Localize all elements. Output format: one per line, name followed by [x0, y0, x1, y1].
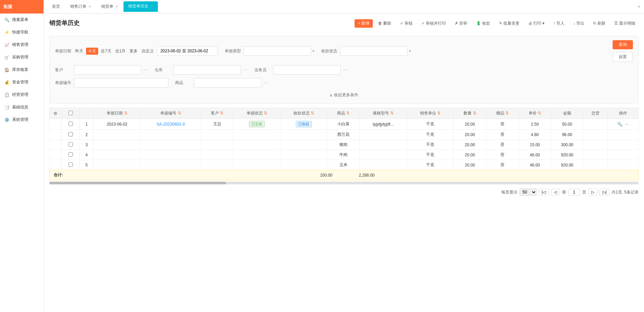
warehouse-input[interactable]	[173, 65, 241, 75]
col-gift[interactable]: 赠品 ⇅	[486, 108, 519, 119]
row-select-checkbox[interactable]	[68, 152, 73, 157]
tab-sales-shipment[interactable]: 销货单 ✕	[96, 2, 123, 11]
row-gift: 否	[486, 160, 519, 170]
query-button[interactable]: 查询	[613, 40, 633, 49]
staff-label: 业务员	[254, 67, 271, 73]
sidebar-item-inventory[interactable]: 🏠 库存核算	[0, 63, 44, 76]
current-page-input[interactable]	[568, 189, 580, 196]
first-page-btn[interactable]: |◁	[539, 189, 549, 196]
date-option-more[interactable]: 更多	[128, 48, 139, 55]
date-option-1month[interactable]: 近1月	[114, 48, 127, 55]
edit-icon: ✎	[499, 21, 502, 26]
close-tab-sales-history[interactable]: ✕	[150, 4, 153, 8]
col-doc-status[interactable]: 单据状态 ⇅	[233, 108, 280, 119]
row-gift: 否	[486, 130, 519, 140]
sidebar-item-sales-mgmt[interactable]: 📈 销售管理	[0, 38, 44, 51]
col-goods[interactable]: 商品 ⇅	[327, 108, 360, 119]
show-detail-button[interactable]: ☰ 显示明细	[611, 19, 639, 28]
data-table: ⚙ 单据日期 ⇅ 单据编号 ⇅ 客户 ⇅ 单据状态 ⇅	[49, 108, 639, 170]
table-row: 3 猪肉 千克 20.00 否 15.00 300.00	[50, 140, 639, 150]
sort-icon-gift: ⇅	[505, 111, 509, 115]
row-doc-status	[233, 160, 280, 170]
sidebar-item-search-menu[interactable]: 🔍 搜索菜单	[0, 14, 44, 26]
last-page-btn[interactable]: ▷|	[599, 189, 610, 196]
goods-input[interactable]	[194, 78, 261, 87]
payment-status-input[interactable]	[340, 46, 408, 56]
table-header: ⚙ 单据日期 ⇅ 单据编号 ⇅ 客户 ⇅ 单据状态 ⇅	[50, 108, 639, 119]
abandon-button[interactable]: ✗ 弃审	[451, 19, 471, 28]
col-unit-price[interactable]: 单价 ⇅	[519, 108, 551, 119]
filter-customer: 客户 ···	[55, 65, 148, 75]
import-button[interactable]: ↑ 导入	[550, 19, 568, 28]
per-page-select[interactable]: 20 50 100 200	[520, 188, 537, 196]
col-qty[interactable]: 数量 ⇅	[454, 108, 486, 119]
refresh-button[interactable]: ↻ 刷新	[590, 19, 609, 28]
customer-input[interactable]	[74, 65, 141, 75]
close-all-tabs[interactable]: ✕	[637, 4, 641, 9]
col-customer[interactable]: 客户 ⇅	[201, 108, 233, 119]
select-all-checkbox[interactable]	[68, 111, 73, 115]
goods-label: 商品	[175, 80, 192, 86]
date-option-custom[interactable]: 自定义	[140, 48, 155, 55]
warehouse-ellipsis-btn[interactable]: ···	[243, 67, 247, 73]
staff-input[interactable]	[273, 65, 341, 75]
settings-button[interactable]: 设置	[613, 52, 633, 62]
customer-label: 客户	[55, 67, 72, 73]
date-option-today[interactable]: 今天	[86, 48, 98, 55]
sidebar-item-purchase-mgmt[interactable]: 🛒 采购管理	[0, 51, 44, 63]
collect-button[interactable]: 💲 收款	[473, 19, 494, 28]
row-no: 3	[80, 140, 94, 150]
print-button[interactable]: 🖨 打印 ▾	[525, 19, 548, 28]
row-doc-status	[233, 130, 280, 140]
export-button[interactable]: ↓ 导出	[570, 19, 588, 28]
col-unit[interactable]: 销售单位 ⇅	[407, 108, 454, 119]
sidebar-item-system-mgmt[interactable]: ⚙️ 系统管理	[0, 113, 44, 126]
sidebar-item-quick-nav[interactable]: ⚡ 快捷导航	[0, 26, 44, 38]
date-range-input[interactable]	[157, 46, 218, 56]
row-select-checkbox[interactable]	[68, 132, 73, 136]
sidebar-item-operations-mgmt[interactable]: 📋 经营管理	[0, 88, 44, 101]
tab-home[interactable]: 首页	[47, 2, 65, 11]
sidebar-item-finance-mgmt[interactable]: 💰 资金管理	[0, 76, 44, 88]
audit-print-button[interactable]: ✓ 审核并打印	[418, 19, 449, 28]
delete-button[interactable]: 🗑 删除	[375, 19, 395, 28]
payment-status-dropdown-icon[interactable]: ▾	[409, 49, 411, 53]
col-payment-status[interactable]: 收款状态 ⇅	[280, 108, 327, 119]
doc-type-input[interactable]	[244, 46, 311, 56]
next-page-btn[interactable]: ▷	[588, 189, 597, 196]
close-tab-sales-shipment[interactable]: ✕	[115, 5, 118, 8]
print-dropdown-icon: ▾	[542, 21, 544, 26]
sidebar-item-basic-info[interactable]: 📑 基础信息	[0, 101, 44, 113]
home-icon: 🏠	[4, 67, 9, 73]
tab-sales-history[interactable]: 销货单历史 ✕	[123, 1, 158, 12]
row-doc-no[interactable]: SA-20230602-0	[141, 119, 201, 130]
col-doc-date[interactable]: 单据日期 ⇅	[94, 108, 141, 119]
action-more-btn[interactable]: ⋯	[625, 122, 629, 127]
filter-row-3: 单据编号 商品 ···	[55, 78, 633, 87]
col-spec[interactable]: 规格型号 ⇅	[360, 108, 407, 119]
close-tab-sales-order[interactable]: ✕	[88, 5, 91, 8]
doc-type-dropdown-icon[interactable]: ▾	[312, 49, 314, 53]
goods-ellipsis-btn[interactable]: ···	[263, 80, 268, 85]
row-unit-price: 15.00	[519, 140, 551, 150]
staff-ellipsis-btn[interactable]: ···	[343, 67, 347, 73]
row-select-checkbox[interactable]	[68, 162, 73, 167]
action-view-btn[interactable]: 🔍	[617, 122, 622, 127]
col-doc-no[interactable]: 单据编号 ⇅	[141, 108, 201, 119]
date-option-yesterday[interactable]: 昨天	[74, 48, 85, 55]
table-row: 5 玉米 千克 20.00 否 46.00 920.00	[50, 160, 639, 170]
date-option-7days[interactable]: 近7天	[100, 48, 113, 55]
collapse-filter-btn[interactable]: ∧ 收起更多条件	[55, 91, 633, 99]
tab-sales-order[interactable]: 销售订单 ✕	[65, 2, 96, 11]
batch-change-button[interactable]: ✎ 批量变更	[496, 19, 523, 28]
col-settings[interactable]: ⚙	[50, 108, 62, 119]
row-select-checkbox[interactable]	[68, 122, 73, 126]
doc-no-input[interactable]	[74, 78, 168, 87]
prev-page-btn[interactable]: ◁	[551, 189, 560, 196]
audit-button[interactable]: ✓ 审核	[397, 19, 416, 28]
customer-ellipsis-btn[interactable]: ···	[143, 67, 148, 73]
row-select-checkbox[interactable]	[68, 142, 73, 147]
new-button[interactable]: + 新增	[355, 19, 373, 28]
sort-icon-goods: ⇅	[346, 111, 349, 115]
row-unit: 千克	[407, 160, 454, 170]
